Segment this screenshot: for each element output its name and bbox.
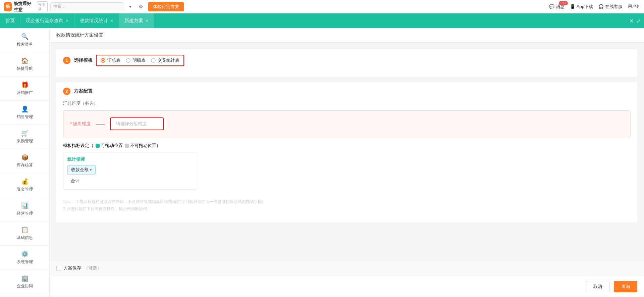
radio-cross[interactable]: 交叉统计表 (151, 57, 179, 63)
logo-text: 畅捷通好生意 (14, 1, 35, 13)
tips-section: 提示： 1.拖动标题栏可以调整布局，不可跨维度或指标区域拖动栏目字段(只能在同一… (63, 195, 631, 217)
radio-detail-label: 明细表 (132, 57, 146, 63)
sidebar-item-operations-label: 经营管理 (17, 211, 33, 216)
metrics-section-label: 统计指标 (67, 156, 193, 162)
save-label: 方案保存 (64, 265, 81, 271)
sidebar-item-operations[interactable]: 📊 经营管理 (0, 197, 49, 221)
sidebar-item-purchase[interactable]: 🛒 采购管理 (0, 125, 49, 149)
metrics-total: 合计 (67, 177, 193, 185)
download-button[interactable]: 📱 App下载 (570, 4, 593, 10)
page-header: 收款情况统计方案设置 (50, 28, 644, 43)
vertical-dimension-label: * 纵向维度 (70, 121, 91, 127)
sidebar-item-marketing[interactable]: 🎁 营销推广 (0, 77, 49, 101)
sidebar-item-inventory-label: 库存核算 (17, 162, 33, 168)
sidebar-item-sales-label: 销售管理 (17, 114, 33, 120)
inventory-icon: 📦 (21, 154, 29, 161)
vertical-dimension-row: * 纵向维度 —— 请选择分组维度 (70, 117, 624, 130)
tab-controls: ✕ ⤢ (626, 13, 644, 28)
finance-icon: 💰 (21, 178, 29, 185)
main-layout: 🔍 搜索菜单 🏠 快捷导航 🎁 营销推广 👤 销售管理 🛒 采购管理 📦 库存核… (0, 28, 644, 297)
radio-cross-btn[interactable] (151, 58, 156, 63)
settings-icon[interactable]: ⚙ (136, 2, 146, 11)
tab-new-plan-close[interactable]: ✕ (145, 18, 149, 23)
draggable-label: 可拖动位置 (101, 143, 123, 149)
save-option-bar: 方案保存 （可选） (50, 260, 644, 276)
radio-summary[interactable]: 汇总表 (101, 57, 120, 63)
tab-collection-stat[interactable]: 收款情况统计 ✕ (74, 13, 119, 28)
tab-cash-flow-close[interactable]: ✕ (65, 18, 69, 23)
footer-bar: 取消 查询 (50, 276, 644, 297)
metrics-tag-label: 收款金额 (71, 167, 89, 173)
radio-summary-btn[interactable] (101, 58, 105, 63)
sidebar-item-finance[interactable]: 💰 资金管理 (0, 173, 49, 197)
metrics-config: 模板指标设定（ 可拖动位置 不可拖动位置） 统计指标 (63, 143, 631, 190)
system-icon: ⚙️ (21, 250, 29, 258)
step1-block: 1 选择模板 汇总表 明细表 交叉统计表 (56, 49, 637, 77)
radio-detail-btn[interactable] (126, 58, 130, 63)
metrics-table: 统计指标 收款金额 ▾ 合计 (63, 152, 197, 190)
sidebar-item-inventory[interactable]: 📦 库存核算 (0, 149, 49, 173)
cancel-button[interactable]: 取消 (586, 281, 610, 292)
save-checkbox[interactable] (56, 266, 61, 270)
sidebar-item-system-label: 系统管理 (17, 259, 33, 265)
logo-icon: 畅 (4, 2, 12, 11)
sidebar-item-sales[interactable]: 👤 销售管理 (0, 101, 49, 125)
tab-cash-flow-label: 现金银行流水查询 (26, 18, 63, 24)
tab-cash-flow[interactable]: 现金银行流水查询 ✕ (20, 13, 74, 28)
draggable-color-block (96, 144, 100, 148)
sidebar-item-purchase-label: 采购管理 (17, 138, 33, 144)
search-bar[interactable]: 搜索... (50, 2, 124, 11)
service-button[interactable]: 🎧 在线客服 (598, 4, 623, 10)
nav-tabs: 首页 现金银行流水查询 ✕ 收款情况统计 ✕ 新建方案 ✕ ✕ ⤢ (0, 13, 644, 28)
sidebar-item-enterprise[interactable]: 🏢 企业协同 (0, 270, 49, 294)
tab-collection-stat-label: 收款情况统计 (80, 18, 108, 24)
radio-detail[interactable]: 明细表 (126, 57, 146, 63)
template-options-box: 汇总表 明细表 交叉统计表 (96, 55, 184, 66)
tip-2: 2.点击标题栏下拉可设置排序、插入列和删除列 (63, 206, 631, 212)
sidebar-item-quicknav[interactable]: 🏠 快捷导航 (0, 52, 49, 77)
enterprise-icon: 🏢 (21, 275, 29, 282)
marketing-icon: 🎁 (21, 81, 29, 89)
message-button[interactable]: 💬 消息 99+ (549, 4, 565, 10)
sidebar-item-basic-info-label: 基础信息 (17, 235, 33, 241)
tab-new-plan[interactable]: 新建方案 ✕ (119, 13, 154, 28)
operations-icon: 📊 (21, 202, 29, 209)
step2-num: 2 (63, 88, 70, 95)
search-dropdown[interactable]: ▾ (127, 3, 133, 10)
sidebar-item-finance-label: 资金管理 (17, 187, 33, 192)
message-icon: 💬 (549, 4, 554, 9)
tab-home[interactable]: 首页 (0, 13, 20, 28)
dimension-config: 汇总维度（必选） * 纵向维度 —— 请选择分组维度 (63, 100, 631, 137)
service-icon: 🎧 (598, 4, 604, 9)
metrics-tag-dropdown-icon[interactable]: ▾ (90, 168, 92, 172)
quicknav-icon: 🏠 (21, 57, 29, 64)
dimension-select[interactable]: 请选择分组维度 (110, 117, 164, 130)
non-draggable-color-block (125, 144, 129, 148)
tip-1: 提示： 1.拖动标题栏可以调整布局，不可跨维度或指标区域拖动栏目字段(只能在同一… (63, 199, 631, 205)
step1-title: 选择模板 (74, 57, 93, 63)
step2-block: 2 方案配置 汇总维度（必选） * 纵向维度 —— 请选择分组维度 (56, 82, 637, 222)
metrics-tag-item[interactable]: 收款金额 ▾ (67, 165, 96, 175)
message-badge: 99+ (559, 1, 568, 5)
search-placeholder: 搜索... (53, 4, 65, 9)
metrics-tag-row: 收款金额 ▾ (67, 165, 193, 175)
sidebar-item-basic-info[interactable]: 📋 基础信息 (0, 221, 49, 246)
window-close-icon[interactable]: ✕ (629, 18, 634, 24)
query-button[interactable]: 查询 (614, 281, 637, 292)
industry-button[interactable]: 体验行业方案 (148, 2, 184, 11)
window-expand-icon[interactable]: ⤢ (636, 18, 641, 24)
step1-num: 1 (63, 57, 70, 64)
radio-cross-label: 交叉统计表 (158, 57, 179, 63)
sidebar-item-system[interactable]: ⚙️ 系统管理 (0, 246, 49, 270)
content-area: 收款情况统计方案设置 1 选择模板 汇总表 明细表 (50, 28, 644, 297)
sidebar-item-enterprise-label: 企业协同 (17, 283, 33, 289)
purchase-icon: 🛒 (21, 130, 29, 137)
sidebar-item-search[interactable]: 🔍 搜索菜单 (0, 28, 49, 52)
metrics-header-row: 模板指标设定（ 可拖动位置 不可拖动位置） (63, 143, 631, 149)
download-label: App下载 (577, 4, 593, 10)
page-body: 1 选择模板 汇总表 明细表 交叉统计表 (50, 43, 644, 260)
save-optional-label: （可选） (84, 265, 101, 271)
sidebar-item-search-label: 搜索菜单 (17, 42, 33, 47)
tab-collection-stat-close[interactable]: ✕ (110, 18, 113, 23)
sidebar-item-guide[interactable]: 📖 新手引导 (0, 294, 49, 297)
